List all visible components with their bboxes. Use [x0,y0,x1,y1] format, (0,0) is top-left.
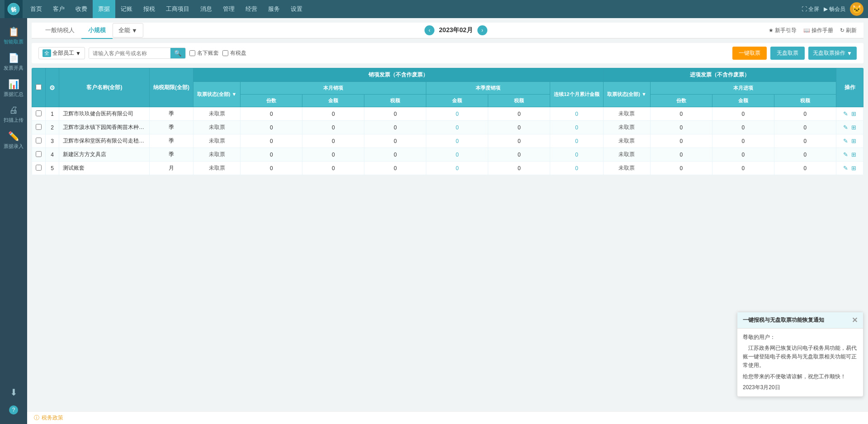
table-settings-icon[interactable]: ⚙ [49,84,55,91]
refresh-btn[interactable]: ↻ 刷新 [840,27,857,34]
right-action-buttons: 一键取票 无盘取票 无盘取票操作 ▼ [732,47,857,60]
row-sales-quarter-amount: 0 [426,134,488,148]
row-sales-quarter-tax: 0 [488,162,550,175]
row-purchase-month-tax: 0 [774,134,836,148]
nav-business[interactable]: 工商项目 [160,0,195,18]
row-actions: ✎ ⊞ [836,162,863,175]
edit-icon[interactable]: ✎ [843,138,848,144]
member-btn[interactable]: ▶ 畅会员 [824,5,845,13]
account-filter-checkbox[interactable]: 名下账套 [189,49,219,57]
one-click-fetch-btn[interactable]: 一键取票 [732,47,767,60]
tax-disk-filter-checkbox[interactable]: 有税盘 [222,49,246,57]
notification-body: 尊敬的用户： 江苏政务网已恢复访问电子税务局功能，易代账一键登陆电子税务局与无盘… [737,329,863,396]
row-actions: ✎ ⊞ [836,134,863,148]
select-all-checkbox[interactable] [36,84,42,90]
nav-settings[interactable]: 设置 [285,0,308,18]
nav-operation[interactable]: 经营 [240,0,263,18]
edit-icon[interactable]: ✎ [843,151,848,158]
sidebar-item-summary[interactable]: 📊 票据汇总 [0,75,27,101]
row-fetch-status-sales: 未取票 [193,148,241,162]
nav-income[interactable]: 收费 [70,0,93,18]
row-sales-quarter-tax: 0 [488,148,550,162]
date-next-btn[interactable]: › [477,25,487,35]
employee-filter-label: 全部员工 [52,49,74,57]
more-icon[interactable]: ⊞ [851,138,856,144]
tab-all[interactable]: 全能 ▼ [113,23,143,38]
new-guide-btn[interactable]: ★ 新手引导 [769,27,797,34]
tax-disk-checkbox-input[interactable] [222,50,228,56]
app-logo[interactable]: 畅 [5,0,23,18]
type-tabs: 一般纳税人 小规模 全能 ▼ [38,23,143,38]
no-disk-fetch-btn[interactable]: 无盘取票 [770,47,805,60]
row-consecutive-amount: 0 [550,162,603,175]
more-icon[interactable]: ⊞ [851,110,856,117]
search-input[interactable] [89,48,170,58]
row-consecutive-amount: 0 [550,148,603,162]
fullscreen-btn[interactable]: ⛶ 全屏 [802,5,819,13]
edit-icon[interactable]: ✎ [843,124,848,131]
row-checkbox[interactable] [32,107,46,121]
header-current-quarter-sales: 本季度销项 [426,82,550,95]
sidebar-item-entry[interactable]: ✏️ 票据录入 [0,127,27,153]
row-tax-period: 月 [150,162,193,175]
account-checkbox-input[interactable] [189,50,195,56]
nav-invoice[interactable]: 票据 [93,0,115,18]
sidebar-item-issue[interactable]: 📄 发票开具 [0,49,27,75]
nav-message[interactable]: 消息 [195,0,217,18]
table-row: 1 卫辉市玖玖健合医药有限公司 季 未取票 0 0 0 0 0 0 未取票 0 … [32,107,863,121]
more-icon[interactable]: ⊞ [851,124,856,131]
nav-customer[interactable]: 客户 [47,0,70,18]
more-icon[interactable]: ⊞ [851,165,856,172]
row-checkbox[interactable] [32,148,46,162]
sidebar-item-scan-label: 扫描上传 [4,117,24,124]
user-avatar[interactable]: 🐱 [850,2,863,16]
more-icon[interactable]: ⊞ [851,151,856,158]
no-disk-ops-arrow: ▼ [847,50,852,57]
nav-tax[interactable]: 报税 [138,0,160,18]
sidebar-item-smart-fetch[interactable]: 📋 智能取票 [0,23,27,49]
notification-close-btn[interactable]: ✕ [852,316,858,324]
sidebar-item-scan[interactable]: 🖨 扫描上传 [0,101,27,127]
nav-manage[interactable]: 管理 [217,0,240,18]
row-sales-quarter-amount: 0 [426,162,488,175]
row-sales-month-amount: 0 [302,121,364,134]
sidebar-item-smart-fetch-label: 智能取票 [4,38,24,45]
header-tax-period: 纳税期限(全部) [150,68,193,107]
row-purchase-month-count: 0 [650,162,712,175]
header-sales-month-tax: 税额 [364,95,426,107]
row-num: 4 [46,148,59,162]
sidebar-bottom: ⬇ ? [6,384,21,424]
row-checkbox[interactable] [32,121,46,134]
sidebar-download[interactable]: ⬇ [6,384,21,400]
tax-policy-icon: ⓘ [34,414,39,422]
nav-service[interactable]: 服务 [263,0,285,18]
tab-general[interactable]: 一般纳税人 [38,23,81,39]
row-customer-name: 测试账套 [59,162,150,175]
edit-icon[interactable]: ✎ [843,110,848,117]
row-customer-name: 卫辉市玖玖健合医药有限公司 [59,107,150,121]
row-num: 3 [46,134,59,148]
data-table-container: ⚙ 客户名称(全部) 纳税期限(全部) 销项发票（不含作废票） 进项发票（不含作… [32,68,863,175]
employee-filter-btn[interactable]: 全 全部员工 ▼ [38,47,85,59]
smart-fetch-icon: 📋 [8,26,19,37]
search-button[interactable]: 🔍 [170,48,185,58]
row-fetch-status-purchase: 未取票 [603,121,650,134]
row-purchase-month-tax: 0 [774,148,836,162]
row-fetch-status-purchase: 未取票 [603,148,650,162]
nav-home[interactable]: 首页 [25,0,47,18]
row-checkbox[interactable] [32,134,46,148]
edit-icon[interactable]: ✎ [843,165,848,172]
row-actions: ✎ ⊞ [836,107,863,121]
header-current-month-purchase: 本月进项 [650,82,836,95]
no-disk-ops-btn[interactable]: 无盘取票操作 ▼ [808,47,857,60]
nav-bookkeeping[interactable]: 记账 [115,0,138,18]
manual-btn[interactable]: 📖 操作手册 [803,27,833,34]
date-prev-btn[interactable]: ‹ [425,25,434,35]
tab-small[interactable]: 小规模 [81,23,113,39]
header-purchase-month-count: 份数 [650,95,712,107]
row-consecutive-amount: 0 [550,134,603,148]
sidebar-help[interactable]: ? [6,403,21,417]
tax-policy-label[interactable]: 税务政策 [42,414,63,422]
row-checkbox[interactable] [32,162,46,175]
employee-filter-chevron: ▼ [75,50,81,57]
